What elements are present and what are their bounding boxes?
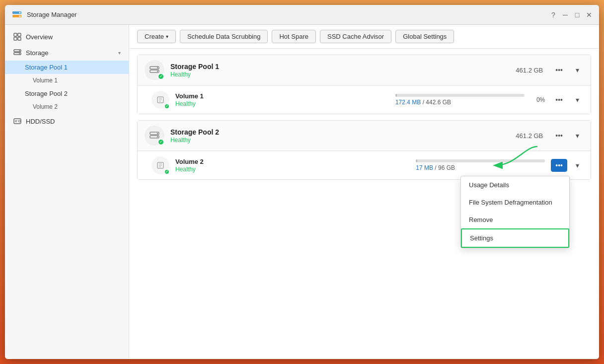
pool-1-size: 461.2 GB — [516, 67, 543, 74]
pool-1-status: Healthy — [170, 71, 516, 78]
pool-1-expand-button[interactable]: ▾ — [571, 64, 584, 76]
sidebar-storage-label: Storage — [26, 49, 114, 57]
storage-manager-window: Storage Manager ? ─ □ ✕ Overview — [5, 5, 599, 359]
sidebar-item-volume-1[interactable]: Volume 1 — [5, 74, 129, 87]
storage-chevron-icon: ▾ — [118, 50, 121, 56]
sidebar-item-storage-pool-2[interactable]: Storage Pool 2 — [5, 87, 129, 100]
list-area: Storage Pool 1 Healthy 461.2 GB ••• ▾ — [129, 49, 599, 359]
volume-2-more-button[interactable]: ••• — [551, 159, 567, 172]
volume-2-label: Volume 2 — [33, 103, 58, 110]
volume-2-icon — [156, 161, 165, 170]
menu-item-usage-details[interactable]: Usage Details — [461, 176, 569, 194]
svg-point-27 — [157, 136, 158, 137]
storage-pool-2-label: Storage Pool 2 — [25, 90, 68, 97]
sidebar-item-hdd-ssd[interactable]: HDD/SSD — [5, 113, 129, 129]
storage-icon — [13, 48, 22, 57]
ssd-cache-advisor-button[interactable]: SSD Cache Advisor — [320, 30, 391, 43]
hot-spare-button[interactable]: Hot Spare — [272, 30, 316, 43]
volume-1-usage-percent: 0% — [536, 96, 545, 103]
svg-point-2 — [19, 12, 21, 13]
volume-1-actions: ••• ▾ — [551, 93, 584, 106]
pool-1-info: Storage Pool 1 Healthy — [170, 63, 516, 78]
pool-2-info: Storage Pool 2 Healthy — [170, 128, 516, 144]
pool-2-expand-button[interactable]: ▾ — [571, 129, 584, 142]
pool-2-actions: ••• ▾ — [551, 129, 584, 142]
volume-1-icon-wrap — [151, 91, 169, 109]
minimize-button[interactable]: ─ — [561, 11, 569, 19]
global-settings-button[interactable]: Global Settings — [395, 30, 454, 43]
pool-2-status-dot — [157, 139, 164, 146]
volume-2-actions: ••• ▾ Usage Details File System Defragme… — [551, 159, 584, 172]
pool-2-row: Storage Pool 2 Healthy 461.2 GB ••• ▾ — [137, 120, 591, 180]
volume-2-expand-button[interactable]: ▾ — [571, 159, 584, 172]
svg-rect-12 — [14, 119, 21, 124]
pool-1-icon-wrap — [145, 60, 164, 80]
menu-item-settings[interactable]: Settings — [461, 228, 569, 248]
pool-2-more-button[interactable]: ••• — [551, 129, 567, 142]
storage-pool-1-label: Storage Pool 1 — [25, 64, 68, 71]
maximize-button[interactable]: □ — [573, 11, 581, 19]
volume-1-progress-bar — [395, 94, 525, 97]
help-button[interactable]: ? — [549, 11, 557, 19]
content-area: Create ▾ Schedule Data Scrubbing Hot Spa… — [129, 25, 599, 359]
svg-rect-4 — [14, 33, 17, 36]
sidebar-hdd-ssd-label: HDD/SSD — [26, 118, 121, 125]
pool-2-name: Storage Pool 2 — [170, 128, 516, 136]
window-controls: ? ─ □ ✕ — [549, 11, 593, 19]
volume-1-expand-button[interactable]: ▾ — [571, 93, 584, 106]
main-layout: Overview Storage ▾ Storage Pool 1 — [5, 25, 599, 359]
content: Create ▾ Schedule Data Scrubbing Hot Spa… — [129, 25, 599, 359]
sidebar-item-storage[interactable]: Storage ▾ — [5, 45, 129, 61]
pool-1-more-button[interactable]: ••• — [551, 64, 567, 76]
volume-2-status-dot — [164, 169, 170, 175]
volume-2-icon-wrap — [151, 156, 169, 174]
overview-icon — [13, 32, 22, 41]
menu-item-file-system-defrag[interactable]: File System Defragmentation — [461, 194, 569, 211]
volume-1-more-button[interactable]: ••• — [551, 93, 567, 106]
svg-point-19 — [157, 71, 158, 72]
volume-2-progress-bar — [416, 159, 545, 162]
volume-1-icon — [156, 95, 165, 104]
volume-1-usage-text: 172.4 MB / 442.6 GB — [395, 99, 525, 106]
pool-1-name: Storage Pool 1 — [170, 63, 516, 71]
svg-point-10 — [19, 50, 20, 51]
svg-rect-5 — [18, 33, 21, 36]
menu-item-remove[interactable]: Remove — [461, 211, 569, 228]
sidebar: Overview Storage ▾ Storage Pool 1 — [5, 25, 129, 359]
volume-2-usage-text: 17 MB / 96 GB — [416, 164, 545, 171]
volume-2-status: Healthy — [175, 166, 416, 173]
svg-point-13 — [18, 120, 20, 122]
svg-point-18 — [157, 67, 158, 68]
volume-2-data: 17 MB / 96 GB — [416, 159, 545, 171]
schedule-data-scrubbing-button[interactable]: Schedule Data Scrubbing — [180, 30, 268, 43]
svg-point-3 — [19, 15, 21, 17]
svg-point-26 — [157, 133, 158, 134]
toolbar: Create ▾ Schedule Data Scrubbing Hot Spa… — [129, 25, 599, 49]
sidebar-item-storage-pool-1[interactable]: Storage Pool 1 — [5, 61, 129, 74]
volume-2-progress-fill — [416, 159, 417, 162]
svg-rect-6 — [14, 37, 17, 40]
volume-1-name: Volume 1 — [175, 92, 395, 100]
titlebar: Storage Manager ? ─ □ ✕ — [5, 5, 599, 25]
volume-2-row: Volume 2 Healthy 17 MB — [138, 151, 591, 179]
sidebar-item-volume-2[interactable]: Volume 2 — [5, 100, 129, 113]
volume-2-info: Volume 2 Healthy — [175, 158, 416, 173]
pool-1-actions: ••• ▾ — [551, 64, 584, 76]
sidebar-item-overview[interactable]: Overview — [5, 29, 129, 45]
volume-1-usage: 172.4 MB / 442.6 GB — [395, 94, 525, 106]
pool-2-icon-wrap — [145, 126, 164, 146]
volume-2-context-menu: Usage Details File System Defragmentatio… — [460, 176, 570, 248]
pool-1-status-dot — [157, 73, 164, 80]
pool-1-row: Storage Pool 1 Healthy 461.2 GB ••• ▾ — [137, 55, 591, 114]
close-button[interactable]: ✕ — [585, 11, 593, 19]
pool-2-size: 461.2 GB — [516, 132, 543, 140]
create-dropdown-arrow: ▾ — [166, 34, 168, 39]
pool-2-status: Healthy — [170, 137, 516, 144]
pool-2-header: Storage Pool 2 Healthy 461.2 GB ••• ▾ — [138, 121, 591, 151]
volume-1-data: 172.4 MB / 442.6 GB 0% — [395, 94, 545, 106]
pool-1-header: Storage Pool 1 Healthy 461.2 GB ••• ▾ — [138, 55, 591, 85]
create-button[interactable]: Create ▾ — [137, 30, 176, 43]
sidebar-overview-label: Overview — [26, 33, 121, 41]
svg-rect-7 — [18, 37, 21, 40]
volume-2-usage: 17 MB / 96 GB — [416, 159, 545, 171]
